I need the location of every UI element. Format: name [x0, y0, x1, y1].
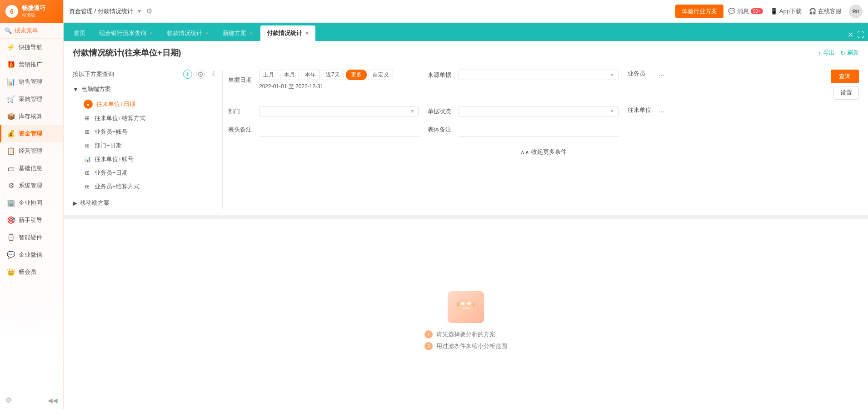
tab-fullscreen-icon[interactable]: ⛶ [857, 31, 864, 39]
sidebar-item-enterprise[interactable]: 🏢 企业协同 [0, 194, 63, 212]
date-btn-this-month[interactable]: 本月 [280, 70, 299, 80]
sidebar-item-label: 销售管理 [19, 78, 42, 86]
messages-button[interactable]: 💬 消息 99+ [728, 7, 763, 15]
tab-new-scheme-close[interactable]: ✕ [249, 30, 253, 36]
settings-button[interactable]: 设置 [833, 86, 859, 100]
query-button[interactable]: 查询 [831, 70, 859, 83]
header-note-input[interactable] [259, 123, 327, 134]
svg-rect-1 [461, 302, 464, 305]
tab-bank[interactable]: 现金银行流水查询 ✕ [93, 25, 160, 41]
voucher-status-select[interactable]: ▼ [459, 106, 618, 116]
scheme-item-staff-settlement[interactable]: ⊞ 业务员+结算方式 [73, 180, 215, 193]
desktop-arrow-icon: ▼ [73, 86, 79, 93]
sidebar-item-inventory[interactable]: 📦 库存核算 [0, 108, 63, 125]
topbar-settings-icon[interactable]: ⚙ [146, 7, 152, 15]
sidebar-item-purchase[interactable]: 🛒 采购管理 [0, 91, 63, 108]
user-avatar[interactable]: Rit [849, 5, 863, 18]
page-title: 付款情况统计(往来单位+日期) [73, 47, 181, 58]
tab-receipts-label: 收款情况统计 [167, 29, 202, 37]
breadcrumb-arrow: ▼ [137, 8, 142, 15]
message-icon: 💬 [728, 8, 735, 15]
date-options: 上月 本月 本年 近7天 更多 自定义 [259, 70, 393, 80]
tab-receipts[interactable]: 收款情况统计 ✕ [160, 25, 215, 41]
date-btn-7days[interactable]: 近7天 [322, 70, 344, 80]
sidebar-item-wechat[interactable]: 💬 企业微信 [0, 246, 63, 263]
body-note-input[interactable] [459, 123, 527, 134]
sidebar-item-hardware[interactable]: ⌚ 智能硬件 [0, 229, 63, 246]
footer-collapse-icon[interactable]: ◀◀ [48, 397, 58, 404]
sales-icon: 📊 [7, 78, 15, 86]
date-btn-last-month[interactable]: 上月 [259, 70, 278, 80]
export-button[interactable]: ↑ 导出 [818, 49, 835, 57]
empty-box [448, 291, 484, 323]
scheme-collapse-button[interactable]: 《 [209, 70, 215, 78]
scheme-item-label: 往来单位+账号 [95, 155, 134, 163]
online-service-button[interactable]: 🎧 在线客服 [809, 7, 842, 15]
tab-home[interactable]: 首页 [67, 25, 92, 41]
sidebar-item-system[interactable]: ⚙ 系统管理 [0, 177, 63, 194]
sidebar-item-basic[interactable]: 🗃 基础信息 [0, 160, 63, 177]
desktop-section-title[interactable]: ▼ 电脑端方案 [73, 83, 215, 95]
mobile-section-title[interactable]: ▶ 移动端方案 [73, 197, 215, 209]
scheme-item-unit-account[interactable]: 📊 往来单位+账号 [73, 152, 215, 166]
sidebar-item-guide[interactable]: 🎯 新手引导 [0, 212, 63, 229]
refresh-button[interactable]: ↻ 刷新 [840, 49, 859, 57]
app-download-button[interactable]: 📱 App下载 [770, 7, 802, 15]
body-note-field: 表体备注 [428, 123, 618, 136]
date-btn-this-year[interactable]: 本年 [301, 70, 320, 80]
date-btn-custom[interactable]: 自定义 [369, 70, 393, 80]
scheme-label: 按以下方案查询 [73, 70, 114, 78]
search-label: 搜索菜单 [15, 26, 38, 35]
trial-button[interactable]: 体验行业方案 [675, 5, 723, 18]
topbar: 资金管理 / 付款情况统计 ▼ ⚙ 体验行业方案 💬 消息 99+ 📱 App下… [64, 0, 868, 23]
tab-new-scheme[interactable]: 新建方案 ✕ [216, 25, 259, 41]
footer-settings-icon[interactable]: ⚙ [5, 396, 12, 404]
sidebar-item-label: 基础信息 [19, 164, 42, 172]
content-area: 付款情况统计(往来单位+日期) ↑ 导出 ↻ 刷新 按以下方案查询 + [64, 41, 868, 409]
collapse-more-button[interactable]: ∧∧ 收起更多条件 [520, 148, 567, 156]
sidebar-item-label: 营销推广 [19, 61, 42, 69]
sidebar-item-label: 企业微信 [19, 251, 42, 259]
sidebar-item-quick-nav[interactable]: ⚡ 快捷导航 [0, 39, 63, 56]
scheme-item-dept-date[interactable]: ⊞ 部门+日期 [73, 139, 215, 152]
table-icon-4: ⊞ [84, 169, 91, 177]
scheme-item-unit-settlement[interactable]: ⊞ 往来单位+结算方式 [73, 111, 215, 125]
tab-payment-close[interactable]: ✕ [305, 30, 309, 36]
scheme-item-label: 往来单位+结算方式 [95, 114, 145, 122]
hardware-icon: ⌚ [7, 233, 15, 242]
logo-subtitle: 标准版 [22, 12, 45, 18]
scheme-add-button[interactable]: + [183, 70, 192, 79]
inventory-icon: 📦 [7, 112, 15, 121]
scheme-panel: 按以下方案查询 + ⚙ 《 ▼ 电脑端方案 ● [73, 70, 223, 209]
sidebar-item-marketing[interactable]: 🎁 营销推广 [0, 56, 63, 73]
scheme-item-unit-date[interactable]: ● 往来单位+日期 [73, 97, 215, 111]
desktop-section-label: 电脑端方案 [81, 85, 111, 93]
logo-icon: 6 [5, 5, 18, 18]
sidebar-footer: ⚙ ◀◀ [0, 391, 63, 409]
staff-picker-button[interactable]: ... [658, 70, 664, 78]
tab-close-all-icon[interactable]: ✕ [848, 30, 853, 39]
partner-field: 往来单位 ... [628, 106, 818, 114]
sidebar-item-sales[interactable]: 📊 销售管理 [0, 73, 63, 91]
quick-nav-icon: ⚡ [7, 43, 15, 51]
dept-select[interactable]: ▼ [259, 106, 419, 116]
scheme-item-staff-account[interactable]: ⊞ 业务员+账号 [73, 125, 215, 139]
search-menu[interactable]: 🔍 搜索菜单 [0, 23, 63, 39]
scheme-item-label: 往来单位+日期 [96, 100, 135, 108]
tab-bank-label: 现金银行流水查询 [99, 29, 146, 37]
sidebar-item-funds[interactable]: 💰 资金管理 [0, 125, 63, 142]
svg-rect-2 [467, 302, 471, 305]
partner-picker-button[interactable]: ... [658, 106, 664, 114]
tab-payment[interactable]: 付款情况统计 ✕ [260, 25, 315, 41]
date-btn-more[interactable]: 更多 [346, 70, 367, 80]
sidebar-header: 6 畅捷通巧 标准版 [0, 0, 63, 23]
tab-receipts-close[interactable]: ✕ [205, 30, 209, 36]
scheme-settings-button[interactable]: ⚙ [196, 70, 205, 79]
table-icon-5: ⊞ [84, 183, 91, 190]
tab-bank-close[interactable]: ✕ [149, 30, 153, 36]
scheme-item-staff-date[interactable]: ⊞ 业务员+日期 [73, 166, 215, 180]
source-voucher-select[interactable]: ▼ [459, 70, 618, 80]
sidebar-item-member[interactable]: 👑 畅会员 [0, 263, 63, 281]
sidebar-item-business[interactable]: 📋 经营管理 [0, 142, 63, 160]
table-icon-3: ⊞ [84, 142, 91, 149]
